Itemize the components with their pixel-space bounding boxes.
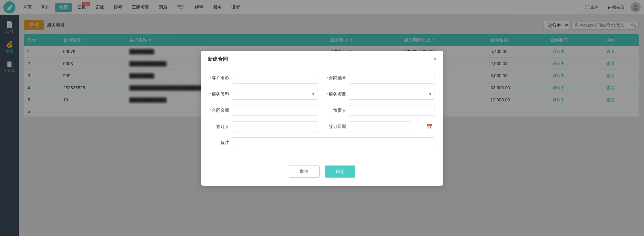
form-group-amount: *合同金额 0.00 — [209, 105, 318, 116]
notes-input[interactable] — [232, 137, 435, 148]
responsible-input[interactable] — [349, 105, 435, 116]
service-item-label: *服务项目 — [326, 91, 346, 97]
form-group-contract-no: *合同编号 — [326, 73, 435, 84]
service-item-select-wrap: ▼ — [349, 89, 435, 100]
customer-name-input[interactable] — [232, 73, 318, 84]
dialog-close-button[interactable]: × — [433, 56, 436, 62]
dialog-footer: 取消 确定 — [201, 160, 443, 186]
form-row-1: *客户名称 *合同编号 — [209, 73, 435, 84]
required-star-2: * — [326, 76, 328, 81]
calendar-icon[interactable]: 📅 — [427, 124, 432, 129]
required-star-3: * — [209, 92, 211, 97]
sign-date-label: 签订日期 — [326, 124, 346, 130]
form-group-sign-date: 签订日期 2023-06-06 📅 — [326, 121, 435, 132]
form-group-signer: 签订人 — [209, 121, 318, 132]
responsible-label: 负责人 — [326, 107, 346, 113]
service-item-select[interactable] — [349, 89, 435, 100]
service-type-select[interactable] — [232, 89, 318, 100]
dialog-header: 新建合同 × — [201, 51, 443, 66]
service-type-select-wrap: ▼ — [232, 89, 318, 100]
confirm-button[interactable]: 确定 — [325, 166, 355, 178]
form-group-customer-name: *客户名称 — [209, 73, 318, 84]
notes-label: 备注 — [209, 140, 229, 146]
form-row-5: 备注 — [209, 137, 435, 148]
new-contract-dialog: 新建合同 × *客户名称 *合同编号 — [201, 51, 443, 186]
modal-overlay[interactable]: 新建合同 × *客户名称 *合同编号 — [0, 0, 644, 236]
dialog-body: *客户名称 *合同编号 *服务类型 — [201, 66, 443, 160]
form-group-service-item: *服务项目 ▼ — [326, 89, 435, 100]
amount-input[interactable]: 0.00 — [232, 105, 318, 116]
dialog-title: 新建合同 — [208, 56, 228, 62]
signer-input[interactable] — [232, 121, 318, 132]
form-row-4: 签订人 签订日期 2023-06-06 📅 — [209, 121, 435, 132]
signer-label: 签订人 — [209, 124, 229, 130]
contract-no-label: *合同编号 — [326, 75, 346, 81]
sign-date-wrap: 2023-06-06 📅 — [349, 121, 435, 132]
sign-date-input[interactable]: 2023-06-06 — [349, 121, 411, 132]
form-group-responsible: 负责人 — [326, 105, 435, 116]
form-group-notes: 备注 — [209, 137, 435, 148]
form-row-2: *服务类型 ▼ *服务项目 ▼ — [209, 89, 435, 100]
required-star-5: * — [209, 108, 211, 113]
form-group-service-type: *服务类型 ▼ — [209, 89, 318, 100]
contract-no-input[interactable] — [349, 73, 435, 84]
service-type-label: *服务类型 — [209, 91, 229, 97]
form-row-3: *合同金额 0.00 负责人 — [209, 105, 435, 116]
amount-label: *合同金额 — [209, 107, 229, 113]
customer-name-label: *客户名称 — [209, 75, 229, 81]
cancel-button[interactable]: 取消 — [289, 166, 320, 178]
required-star: * — [209, 76, 211, 81]
required-star-4: * — [326, 92, 328, 97]
